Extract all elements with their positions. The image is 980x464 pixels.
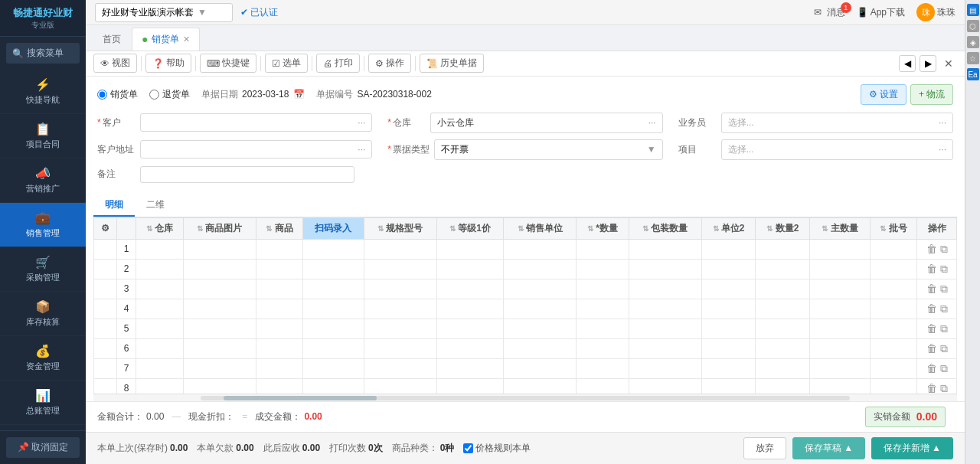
cell-warehouse[interactable] [136,279,184,299]
radio-return-input[interactable] [149,90,159,100]
cell-barcode[interactable] [303,299,364,319]
set-button[interactable]: ⚙ 设置 [861,84,906,105]
cell-main-qty[interactable] [810,299,870,319]
cell-qty2[interactable] [756,358,810,378]
cell-product[interactable] [256,279,303,299]
sidebar-item-project[interactable]: 📋 项目合同 [0,114,86,158]
cell-warehouse[interactable] [136,319,184,338]
tab-2d[interactable]: 二维 [135,194,176,217]
delete-icon[interactable]: 🗑 [926,382,937,394]
cell-qty2[interactable] [756,319,810,338]
app-download-action[interactable]: 📱 App下载 [857,6,905,19]
delete-icon[interactable]: 🗑 [926,342,937,355]
th-product-img[interactable]: ⇅ 商品图片 [183,217,256,239]
warehouse-input[interactable]: 小云仓库 ··· [430,113,662,133]
operation-button[interactable]: ⚙ 操作 [368,54,411,73]
radio-return-order[interactable]: 退货单 [149,88,190,101]
delete-icon[interactable]: 🗑 [926,263,937,276]
print-button[interactable]: 🖨 打印 [316,54,360,73]
cell-pack-qty[interactable] [629,279,701,299]
cell-product-img[interactable] [183,358,256,378]
copy-icon[interactable]: ⧉ [940,283,948,296]
search-menu-button[interactable]: 🔍 搜索菜单 [6,43,80,64]
cell-qty2[interactable] [756,378,810,394]
cell-main-qty[interactable] [810,259,870,279]
cell-qty2[interactable] [756,259,810,279]
th-sale-unit[interactable]: ⇅ 销售单位 [504,217,577,239]
cell-price1[interactable] [436,319,504,338]
cell-quantity[interactable] [577,299,629,319]
cell-unit2[interactable] [701,299,756,319]
table-wrapper[interactable]: ⚙ ⇅ 仓库 ⇅ 商品图片 ⇅ 商品 扫码录入 ⇅ 规格型号 ⇅ 等级1价 ⇅ … [93,217,957,394]
cell-product[interactable] [256,338,303,358]
cell-main-qty[interactable] [810,319,870,338]
rp-icon-4[interactable]: ☆ [967,52,979,64]
message-action[interactable]: ✉ 1 消息 [814,6,845,19]
cell-quantity[interactable] [577,319,629,338]
cell-unit2[interactable] [701,319,756,338]
cell-barcode[interactable] [303,378,364,394]
cell-batch[interactable] [870,319,917,338]
th-main-qty[interactable]: ⇅ 主数量 [810,217,870,239]
cell-sale-unit[interactable] [504,319,577,338]
cell-quantity[interactable] [577,239,629,259]
cell-batch[interactable] [870,259,917,279]
th-batch[interactable]: ⇅ 批号 [870,217,917,239]
select-button[interactable]: ☑ 选单 [265,54,308,73]
copy-icon[interactable]: ⧉ [940,263,948,276]
copy-icon[interactable]: ⧉ [940,362,948,375]
cell-spec[interactable] [364,319,436,338]
cell-product-img[interactable] [183,239,256,259]
th-pack-qty[interactable]: ⇅ 包装数量 [629,217,701,239]
copy-icon[interactable]: ⧉ [940,302,948,315]
cell-spec[interactable] [364,259,436,279]
cell-barcode[interactable] [303,338,364,358]
scrollbar-thumb[interactable] [224,396,377,400]
cell-price1[interactable] [436,299,504,319]
address-input[interactable]: ··· [140,140,372,158]
sidebar-item-accounts[interactable]: 📊 总账管理 [0,381,86,425]
th-barcode[interactable]: 扫码录入 [303,217,364,239]
rp-icon-3[interactable]: ◈ [967,36,979,48]
cell-product[interactable] [256,299,303,319]
prev-button[interactable]: ◀ [899,55,916,72]
copy-icon[interactable]: ⧉ [940,342,948,355]
warehouse-dots[interactable]: ··· [648,117,656,128]
cell-price1[interactable] [436,378,504,394]
cell-unit2[interactable] [701,239,756,259]
copy-icon[interactable]: ⧉ [940,382,948,394]
th-qty2[interactable]: ⇅ 数量2 [756,217,810,239]
cell-main-qty[interactable] [810,279,870,299]
cell-batch[interactable] [870,378,917,394]
delete-icon[interactable]: 🗑 [926,283,937,296]
sidebar-item-quick-nav[interactable]: ⚡ 快捷导航 [0,70,86,114]
copy-icon[interactable]: ⧉ [940,243,948,256]
cell-pack-qty[interactable] [629,338,701,358]
cell-batch[interactable] [870,358,917,378]
th-product[interactable]: ⇅ 商品 [256,217,303,239]
cell-unit2[interactable] [701,259,756,279]
rp-icon-1[interactable]: ▤ [967,4,979,16]
cell-warehouse[interactable] [136,259,184,279]
cell-qty2[interactable] [756,299,810,319]
radio-sale-order[interactable]: 销货单 [97,88,138,101]
cell-price1[interactable] [436,358,504,378]
cell-sale-unit[interactable] [504,378,577,394]
cell-barcode[interactable] [303,319,364,338]
next-button[interactable]: ▶ [920,55,936,72]
cell-barcode[interactable] [303,239,364,259]
price-rule-check[interactable] [463,443,473,453]
copy-icon[interactable]: ⧉ [940,322,948,335]
th-settings[interactable]: ⚙ [94,217,117,239]
customer-input[interactable]: ··· [140,113,372,132]
cell-main-qty[interactable] [810,338,870,358]
cell-spec[interactable] [364,279,436,299]
cell-product-img[interactable] [183,259,256,279]
horizontal-scrollbar[interactable] [93,394,957,401]
cell-unit2[interactable] [701,378,756,394]
cell-main-qty[interactable] [810,239,870,259]
cell-pack-qty[interactable] [629,319,701,338]
sidebar-item-invoices[interactable]: 🧾 发票管理 [0,425,86,430]
cell-spec[interactable] [364,338,436,358]
help-button[interactable]: ❓ 帮助 [145,54,191,73]
